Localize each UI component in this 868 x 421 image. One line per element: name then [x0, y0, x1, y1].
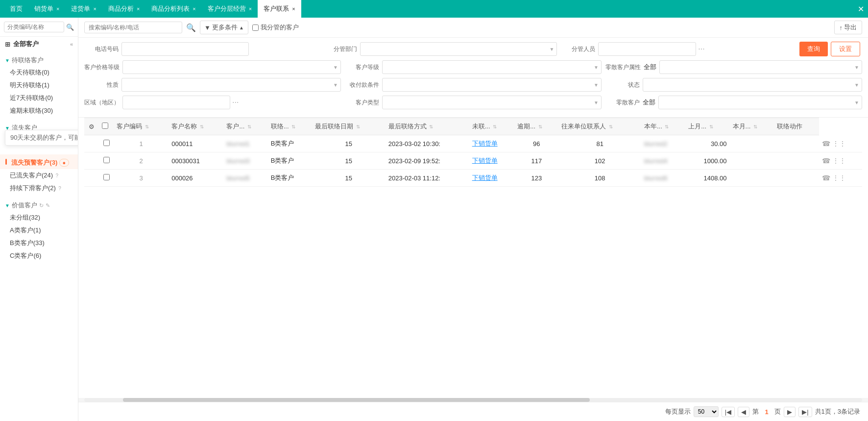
th-action: 联络动作	[774, 118, 820, 135]
th-contact-person[interactable]: 往来单位联系人 ⇅	[558, 118, 641, 135]
value-group-title[interactable]: ▼ 价值客户 ↻ ✎	[0, 198, 78, 211]
my-customers-checkbox[interactable]	[252, 25, 259, 31]
row-last-method-1[interactable]: 下销货单	[469, 152, 515, 170]
row-checkbox-2[interactable]	[99, 170, 114, 187]
th-this-month[interactable]: 本月... ⇅	[730, 118, 774, 135]
close-sales-tab[interactable]: ×	[56, 6, 59, 12]
row-select-0[interactable]	[103, 140, 110, 146]
th-last-method[interactable]: 最后联络方式 ⇅	[386, 118, 469, 135]
sidebar-item-churn-warning[interactable]: 流失预警客户(3) ●	[0, 154, 78, 169]
row-name-2: blurred5	[223, 170, 267, 187]
phone-input[interactable]	[121, 42, 249, 56]
tab-customer-layer[interactable]: 客户分层经营 ×	[202, 0, 258, 18]
top-nav: 首页 销货单 × 进货单 × 商品分析 × 商品分析列表 × 客户分层经营 × …	[0, 0, 868, 18]
th-settings[interactable]: ⚙	[84, 118, 99, 135]
person-dots-btn[interactable]: ···	[696, 45, 706, 53]
tab-goods-analysis[interactable]: 商品分析 ×	[102, 0, 145, 18]
next-page-btn[interactable]: ▶	[784, 407, 796, 417]
query-button[interactable]: 查询	[799, 42, 828, 56]
tab-purchase[interactable]: 进货单 ×	[65, 0, 102, 18]
category-search-input[interactable]	[4, 22, 64, 32]
all-customers-item[interactable]: ⊞ 全部客户 «	[0, 37, 78, 51]
zero-customer-select[interactable]	[658, 96, 862, 109]
tab-goods-analysis-list[interactable]: 商品分析列表 ×	[145, 0, 201, 18]
dept-select[interactable]	[360, 42, 557, 56]
export-button[interactable]: ↑ 导出	[834, 21, 863, 34]
close-goods-analysis-list-tab[interactable]: ×	[193, 6, 195, 12]
my-customers-checkbox-label[interactable]: 我分管的客户	[252, 23, 299, 32]
close-customer-contact-tab[interactable]: ×	[292, 6, 295, 12]
th-checkbox[interactable]	[99, 118, 114, 135]
customer-type-select[interactable]	[382, 96, 602, 109]
sidebar-item-unclassified[interactable]: 未分组(32)	[0, 211, 78, 224]
th-last-date[interactable]: 最后联络日期 ⇅	[312, 118, 386, 135]
close-goods-analysis-tab[interactable]: ×	[137, 6, 140, 12]
more-action-icon-0[interactable]: ⋮⋮	[832, 140, 846, 148]
settings-button[interactable]: 设置	[831, 42, 860, 56]
row-code-2: 000026	[169, 170, 223, 187]
close-purchase-tab[interactable]: ×	[93, 6, 96, 12]
tab-home[interactable]: 首页	[4, 0, 28, 18]
row-select-2[interactable]	[103, 174, 110, 180]
th-not-contacted[interactable]: 未联... ⇅	[469, 118, 515, 135]
sidebar-item-overdue-contact[interactable]: 逾期未联络(30)	[0, 104, 78, 117]
sidebar-item-today-contact[interactable]: 今天待联络(0)	[0, 66, 78, 79]
prev-page-btn[interactable]: ◀	[738, 407, 749, 417]
row-select-1[interactable]	[103, 157, 110, 163]
customer-type-select-wrap: ▼	[382, 96, 602, 109]
value-edit-icon[interactable]: ✎	[46, 202, 50, 209]
payment-select[interactable]	[382, 78, 602, 92]
more-action-icon-1[interactable]: ⋮⋮	[832, 157, 846, 165]
row-last-method-2[interactable]: 下销货单	[469, 170, 515, 187]
th-type[interactable]: 客户... ⇅	[223, 118, 267, 135]
contact-icon-2[interactable]: ☎	[822, 174, 830, 182]
filter-row-3: 性质 ▼ 收付款条件 ▼ 状态	[84, 78, 862, 92]
last-page-btn[interactable]: ▶|	[798, 407, 812, 417]
sidebar-item-class-b[interactable]: B类客户(33)	[0, 237, 78, 249]
contact-icon-0[interactable]: ☎	[822, 140, 830, 148]
first-page-btn[interactable]: |◀	[722, 407, 735, 417]
sidebar-item-declining[interactable]: 持续下滑客户(2) ?	[0, 182, 78, 195]
main-search-icon[interactable]: 🔍	[186, 23, 196, 32]
row-checkbox-1[interactable]	[99, 152, 114, 170]
zero-attr-select[interactable]	[659, 60, 862, 74]
row-checkbox-0[interactable]	[99, 135, 114, 152]
sidebar-item-tomorrow-contact[interactable]: 明天待联络(1)	[0, 79, 78, 92]
th-overdue[interactable]: 逾期... ⇅	[514, 118, 558, 135]
close-customer-layer-tab[interactable]: ×	[249, 6, 252, 12]
close-all-button[interactable]: ✕	[858, 4, 864, 14]
table-body: 1 000011 blurred1 B类客户 15 2023-03-02 10:…	[84, 135, 862, 187]
sidebar-item-class-c[interactable]: C类客户(6)	[0, 249, 78, 262]
more-conditions-btn[interactable]: ▼ 更多条件 ▲	[200, 21, 248, 34]
sidebar-item-already-churned[interactable]: 已流失客户(24) ?	[0, 169, 78, 182]
page-label: 第	[752, 407, 759, 416]
tab-sales[interactable]: 销货单 ×	[28, 0, 65, 18]
value-refresh-icon[interactable]: ↻	[39, 202, 44, 209]
person-input[interactable]	[598, 42, 696, 56]
price-grade-select[interactable]	[122, 60, 341, 74]
sidebar-item-class-a[interactable]: A类客户(1)	[0, 224, 78, 237]
horizontal-scrollbar[interactable]	[84, 398, 862, 402]
th-name[interactable]: 客户名称 ⇅	[169, 118, 223, 135]
more-action-icon-2[interactable]: ⋮⋮	[832, 174, 846, 182]
status-select[interactable]	[643, 78, 862, 92]
main-search-input[interactable]	[84, 22, 182, 33]
tab-customer-contact[interactable]: 客户联系 ×	[258, 0, 301, 18]
category-search-icon[interactable]: 🔍	[66, 24, 74, 31]
th-this-year[interactable]: 本年... ⇅	[641, 118, 685, 135]
th-code[interactable]: 客户编码 ⇅	[114, 118, 169, 135]
sidebar-collapse-btn[interactable]: «	[70, 41, 73, 47]
scrollbar-thumb[interactable]	[123, 398, 590, 402]
th-last-month[interactable]: 上月... ⇅	[685, 118, 729, 135]
region-dots-btn[interactable]: ···	[230, 98, 241, 107]
row-last-method-0[interactable]: 下销货单	[469, 135, 515, 152]
per-page-select[interactable]: 50 100 200	[694, 406, 719, 417]
contact-icon-1[interactable]: ☎	[822, 157, 830, 165]
th-contact-count[interactable]: 联络... ⇅	[268, 118, 312, 135]
region-input[interactable]	[122, 96, 230, 109]
select-all-checkbox[interactable]	[102, 123, 108, 129]
nature-select[interactable]	[121, 78, 341, 92]
sidebar-item-7days-contact[interactable]: 近7天待联络(0)	[0, 92, 78, 104]
pending-group-title[interactable]: ▼ 待联络客户	[0, 53, 78, 66]
customer-grade-select[interactable]	[382, 60, 602, 74]
